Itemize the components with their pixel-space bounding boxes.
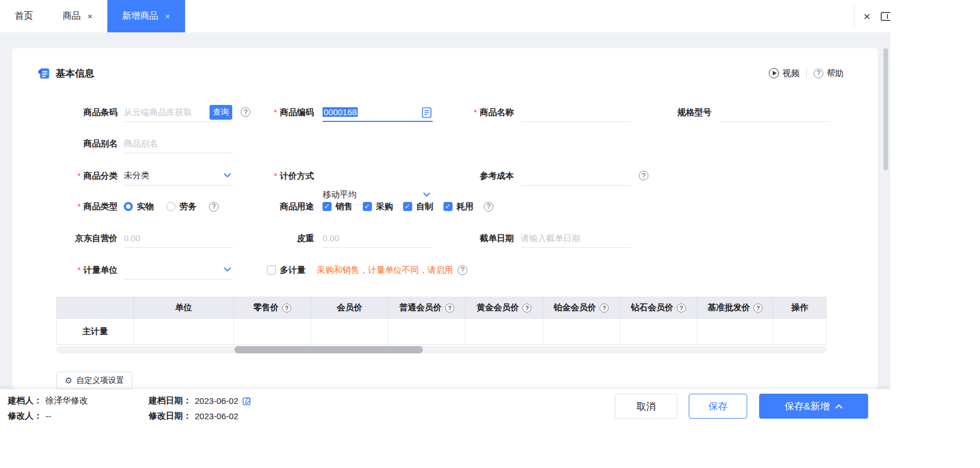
cell-unit[interactable] xyxy=(134,319,234,344)
unit-select[interactable] xyxy=(124,260,233,280)
retail-price-help-icon[interactable] xyxy=(282,303,291,313)
close-icon[interactable] xyxy=(856,0,878,32)
cell-platinum-member-price[interactable] xyxy=(543,319,620,344)
video-link[interactable]: 视频 xyxy=(769,68,799,79)
multi-unit-help-icon[interactable] xyxy=(458,265,467,275)
help-link[interactable]: 帮助 xyxy=(814,68,844,79)
form-row-1: 商品条码 查询 *商品编码 0000168 *商品名称 xyxy=(12,103,878,122)
help-label: 帮助 xyxy=(827,68,844,79)
tab-home[interactable]: 首页 xyxy=(0,0,48,32)
radio-physical[interactable]: 实物 xyxy=(124,201,154,212)
form-row-6: *计量单位 多计量 采购和销售，计量单位不同，请启用 xyxy=(12,260,878,280)
cancel-button[interactable]: 取消 xyxy=(615,394,677,419)
created-date-line: 建档日期： 2023-06-02 xyxy=(149,395,252,406)
form-row-5: 京东自营价 皮重 截单日期 xyxy=(12,229,878,248)
creator-label: 建档人： xyxy=(8,395,42,406)
checkbox-icon xyxy=(363,202,372,211)
checkbox-sale[interactable]: 销售 xyxy=(323,201,353,212)
multi-unit-checkbox[interactable]: 多计量 xyxy=(267,265,305,276)
refcost-input[interactable] xyxy=(521,166,631,185)
panel-toggle-icon[interactable] xyxy=(881,12,890,21)
tab-goods-label: 商品 xyxy=(62,10,81,22)
platinum-member-help-icon[interactable] xyxy=(600,303,609,313)
cutoff-label: 截单日期 xyxy=(420,229,514,248)
diamond-member-help-icon[interactable] xyxy=(677,303,686,313)
unit-label: *计量单位 xyxy=(24,260,118,280)
modifier-value: -- xyxy=(45,411,51,421)
footer-bar: 建档人： 徐泽华修改 建档日期： 2023-06-02 修改人： -- 修改日期… xyxy=(0,389,890,468)
spec-label: 规格型号 xyxy=(618,103,711,122)
name-label: *商品名称 xyxy=(420,103,514,122)
type-label: *商品类型 xyxy=(24,197,118,216)
modified-date-label: 修改日期： xyxy=(149,411,191,421)
tab-new-goods-close-icon[interactable] xyxy=(165,12,170,20)
th-retail-price: 零售价 xyxy=(234,297,312,318)
code-field[interactable]: 0000168 xyxy=(323,103,433,122)
category-select[interactable]: 未分类 xyxy=(124,166,233,185)
normal-member-help-icon[interactable] xyxy=(445,303,454,313)
custom-settings-button[interactable]: 自定义项设置 xyxy=(56,372,132,389)
cell-normal-member-price[interactable] xyxy=(388,319,466,344)
alias-input[interactable] xyxy=(124,134,233,153)
save-and-new-button[interactable]: 保存&新增 xyxy=(759,394,868,419)
vertical-scrollbar-thumb[interactable] xyxy=(883,48,888,170)
tare-input[interactable] xyxy=(323,229,433,247)
form-row-4: *商品类型 实物 劳务 商品用途 销售 xyxy=(12,197,878,216)
gear-icon xyxy=(65,376,72,386)
checkbox-purchase[interactable]: 采购 xyxy=(363,201,393,212)
tare-field xyxy=(323,229,433,248)
card-header: 基本信息 视频 帮助 xyxy=(38,65,844,81)
category-value: 未分类 xyxy=(124,170,149,181)
modified-date-line: 修改日期： 2023-06-02 xyxy=(149,411,238,421)
tab-goods-close-icon[interactable] xyxy=(87,12,93,20)
spec-input[interactable] xyxy=(719,103,830,121)
cell-retail-price[interactable] xyxy=(234,319,312,344)
usage-help-icon[interactable] xyxy=(484,202,493,212)
wholesale-help-icon[interactable] xyxy=(753,303,763,313)
gold-member-help-icon[interactable] xyxy=(522,303,531,313)
checkbox-selfmade[interactable]: 自制 xyxy=(403,201,433,212)
radio-service[interactable]: 劳务 xyxy=(166,201,196,212)
cutoff-field xyxy=(521,229,631,248)
checkbox-icon xyxy=(267,265,276,275)
name-input[interactable] xyxy=(521,103,631,121)
save-button[interactable]: 保存 xyxy=(689,394,747,419)
video-label: 视频 xyxy=(782,68,799,79)
usage-checkbox-group: 销售 采购 自制 耗用 xyxy=(323,197,516,216)
multi-unit-warning: 采购和销售，计量单位不同，请启用 xyxy=(317,265,453,276)
type-help-icon[interactable] xyxy=(209,202,219,212)
multi-unit-group: 多计量 采购和销售，计量单位不同，请启用 xyxy=(267,260,517,280)
tab-new-goods[interactable]: 新增商品 xyxy=(107,0,185,32)
th-operation: 操作 xyxy=(773,297,826,318)
barcode-field: 查询 xyxy=(124,103,233,122)
header-links: 视频 帮助 xyxy=(769,68,844,79)
checkbox-icon xyxy=(443,202,453,211)
spec-field xyxy=(719,103,830,122)
cell-base-wholesale-price[interactable] xyxy=(697,319,773,344)
help-icon xyxy=(814,69,823,78)
price-table: 单位 零售价 会员价 普通会员价 黄金会员价 铂金会员价 钻石会员价 基准批发价… xyxy=(56,297,827,345)
section-title: 基本信息 xyxy=(56,67,94,80)
creator-value: 徐泽华修改 xyxy=(45,395,88,406)
horizontal-scrollbar-thumb[interactable] xyxy=(234,346,423,353)
tab-bar: 首页 商品 新增商品 xyxy=(0,0,890,32)
tab-goods[interactable]: 商品 xyxy=(48,0,107,32)
cell-operation[interactable] xyxy=(773,319,826,344)
cutoff-date-input[interactable] xyxy=(521,229,631,247)
tab-home-label: 首页 xyxy=(15,10,33,22)
price-table-header: 单位 零售价 会员价 普通会员价 黄金会员价 铂金会员价 钻石会员价 基准批发价… xyxy=(57,297,826,318)
code-label: *商品编码 xyxy=(220,103,314,122)
modifier-line: 修改人： -- xyxy=(8,411,51,421)
form-icon xyxy=(38,68,50,79)
edit-date-icon[interactable] xyxy=(242,397,252,406)
refcost-help-icon[interactable] xyxy=(639,171,648,180)
cell-diamond-member-price[interactable] xyxy=(620,319,698,344)
jd-price-input[interactable] xyxy=(124,229,233,247)
cell-gold-member-price[interactable] xyxy=(466,319,543,344)
radio-icon xyxy=(166,202,175,211)
checkbox-consume[interactable]: 耗用 xyxy=(443,201,474,212)
cell-member-price[interactable] xyxy=(311,319,388,344)
name-field xyxy=(521,103,631,122)
play-icon xyxy=(769,68,779,78)
th-rowname xyxy=(57,297,134,318)
